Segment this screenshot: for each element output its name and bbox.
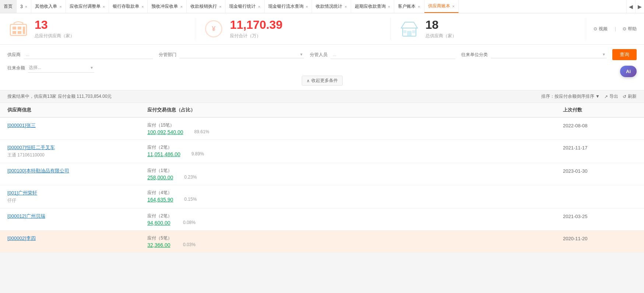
trans-percent: 0.03% (183, 242, 196, 247)
trans-label: 应付（2笔） (147, 144, 181, 151)
nav-label-other-income: 其他收入单 (35, 3, 57, 10)
nav-item-cash-flow[interactable]: 现金银行流水查询 × (265, 0, 312, 13)
lastpay-cell (563, 190, 637, 190)
result-bar: 搜索结果中，供应商13家 应付金额 111,703,854.00元 排序：按应付… (0, 90, 644, 103)
svg-rect-2 (18, 27, 21, 30)
lastpay-cell: 2021-11-17 (563, 144, 637, 151)
svg-rect-1 (13, 27, 16, 30)
trans-amount[interactable]: 94,600.00 (147, 220, 172, 226)
trans-percent: 0.08% (183, 220, 196, 225)
supplier-link[interactable]: [000002]李四 (7, 235, 36, 241)
nav-label-3: 3 (20, 4, 23, 9)
supplier-cell: [000007]恒旺二手叉车 王通 17106110000 (7, 144, 147, 158)
supplier-icon (7, 18, 29, 40)
supplier-filter-input[interactable] (24, 51, 153, 59)
close-icon[interactable]: × (388, 4, 390, 9)
close-icon[interactable]: × (219, 4, 221, 9)
nav-item-adjustment[interactable]: 应收应付调整单 × (66, 0, 109, 13)
balance-dropdown[interactable]: 选择... ▼ (28, 63, 94, 73)
trans-amount[interactable]: 258,000.00 (147, 175, 173, 180)
trans-percent: 89.61% (194, 129, 209, 134)
close-icon[interactable]: × (59, 4, 62, 9)
nav-item-3[interactable]: 3 × (17, 0, 31, 13)
person-filter-input[interactable] (330, 51, 455, 59)
supplier-link[interactable]: [000012]广州贝瑞 (7, 213, 45, 219)
close-icon[interactable]: × (180, 4, 182, 9)
close-icon[interactable]: × (258, 4, 260, 9)
nav-arrows: ◀ ▶ (626, 0, 644, 13)
close-icon[interactable]: × (25, 4, 27, 9)
nav-item-cash-stats[interactable]: 现金银行统计 × (225, 0, 264, 13)
chevron-down-icon: ▼ (300, 52, 303, 56)
lastpay-cell: 2020-11-20 (563, 235, 637, 241)
close-icon[interactable]: × (344, 4, 347, 9)
svg-rect-5 (23, 27, 25, 34)
question-icon: ⊙ (623, 26, 626, 31)
transaction-info: 应付（15笔） 100,092,540.00 (147, 122, 183, 135)
close-icon[interactable]: × (306, 4, 308, 9)
nav-item-other-income[interactable]: 其他收入单 × (31, 0, 66, 13)
supplier-link[interactable]: [000100]本特勒油品有限公司 (7, 168, 69, 173)
nav-item-home[interactable]: 首页 (0, 0, 17, 13)
trans-label: 应付（4笔） (147, 190, 173, 196)
nav-label-bank-deposit: 银行存取款单 (113, 3, 139, 10)
category-dropdown[interactable]: ▼ (491, 51, 607, 58)
close-icon[interactable]: × (141, 4, 144, 9)
help-link[interactable]: ⊙ 帮助 (623, 26, 637, 32)
trans-percent: 0.23% (184, 175, 197, 180)
chevron-down-icon: ▼ (602, 52, 606, 56)
stat-info-amount: 11,170.39 应付合计（万） (230, 18, 282, 39)
dept-filter-label: 分管部门 (159, 52, 176, 58)
stats-header: 13 总应付供应商（家） ¥ 11,170.39 应付合计（万） (0, 13, 644, 45)
lastpay-cell: 2023-01-30 (563, 168, 637, 174)
video-link[interactable]: ⊙ 视频 (594, 26, 608, 32)
trans-amount[interactable]: 100,092,540.00 (147, 129, 183, 135)
trans-label: 应付（15笔） (147, 122, 183, 128)
export-icon: ↗ (604, 94, 608, 99)
supplier-sub: 王通 17106110000 (7, 152, 147, 158)
table-body: [000001]张三 应付（15笔） 100,092,540.00 89.61%… (0, 118, 644, 253)
nav-item-collection[interactable]: 收款核销执行 × (187, 0, 225, 13)
nav-item-supplier-account[interactable]: 供应商账本 × (424, 0, 459, 13)
dept-dropdown[interactable]: ▼ (179, 51, 304, 58)
nav-label-supplier-account: 供应商账本 (428, 3, 450, 9)
stat-number-suppliers: 13 (35, 18, 74, 31)
svg-rect-11 (412, 30, 415, 33)
export-button[interactable]: ↗ 导出 (604, 93, 618, 100)
nav-item-collection-stats[interactable]: 收款情况统计 × (312, 0, 351, 13)
collapse-button[interactable]: ∧ 收起更多条件 (302, 76, 343, 86)
supplier-link[interactable]: [001]广州荣轩 (7, 190, 37, 196)
lastpay-cell: 2021-03-25 (563, 213, 637, 219)
close-icon[interactable]: × (452, 4, 455, 8)
nav-item-bank-deposit[interactable]: 银行存取款单 × (109, 0, 148, 13)
nav-item-prepay[interactable]: 预收冲应收单 × (148, 0, 186, 13)
nav-label-collection: 收款核销执行 (190, 3, 217, 10)
ai-button[interactable]: Ai (620, 66, 637, 77)
query-button[interactable]: 查询 (612, 49, 637, 60)
col-header-lastpay: 上次付数 (563, 107, 637, 113)
stat-block-total: 18 总供应商（家） (391, 18, 586, 40)
nav-item-overdue[interactable]: 超期应收款查询 × (351, 0, 394, 13)
transaction-info: 应付（2笔） 11,051,486.00 (147, 144, 181, 157)
supplier-sub: 仔仔 (7, 197, 147, 204)
table-row: [000002]李四 应付（5笔） 32,366.00 0.03% 2020-1… (0, 231, 644, 253)
result-info: 搜索结果中，供应商13家 应付金额 111,703,854.00元 (7, 93, 112, 100)
nav-right-arrow[interactable]: ▶ (635, 0, 644, 13)
filter-item-category: 往来单位分类 ▼ (461, 51, 607, 58)
supplier-link[interactable]: [000001]张三 (7, 123, 36, 128)
trans-amount[interactable]: 32,366.00 (147, 242, 172, 248)
col-header-supplier: 供应商信息 (7, 107, 147, 113)
nav-left-arrow[interactable]: ◀ (626, 0, 635, 13)
person-filter-label: 分管人员 (310, 52, 328, 58)
amount-icon: ¥ (203, 18, 225, 40)
result-actions: 排序：按应付余额倒序排序 ▼ ↗ 导出 ↺ 刷新 (541, 93, 637, 100)
close-icon[interactable]: × (418, 4, 420, 9)
refresh-button[interactable]: ↺ 刷新 (623, 93, 637, 100)
trans-amount[interactable]: 11,051,486.00 (147, 151, 181, 157)
trans-amount[interactable]: 164,635.90 (147, 197, 173, 203)
transaction-cell: 应付（4笔） 164,635.90 0.15% (147, 190, 563, 203)
close-icon[interactable]: × (103, 4, 105, 9)
supplier-link[interactable]: [000007]恒旺二手叉车 (7, 145, 55, 150)
nav-item-customer-account[interactable]: 客户账本 × (394, 0, 424, 13)
nav-label-customer-account: 客户账本 (398, 3, 416, 10)
